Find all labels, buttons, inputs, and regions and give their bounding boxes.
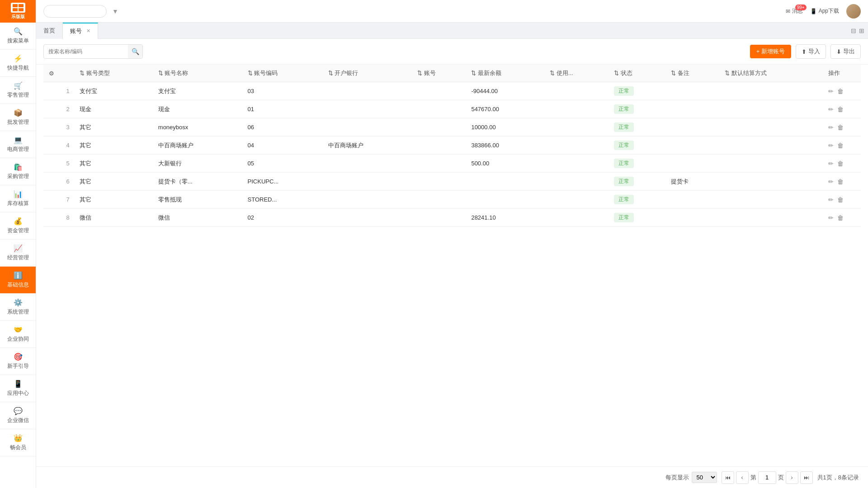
page-number-input[interactable] (758, 471, 776, 484)
col-num (60, 65, 76, 82)
sidebar-item-label: 库存核算 (7, 200, 29, 207)
app-download-button[interactable]: 📱 App下载 (810, 7, 839, 15)
search-input[interactable] (44, 48, 128, 55)
delete-button[interactable]: 🗑 (837, 106, 844, 113)
row-type: 支付宝 (76, 82, 155, 100)
edit-button[interactable]: ✏ (828, 196, 834, 203)
row-num: 6 (60, 173, 76, 191)
message-button[interactable]: ✉ 消息 99+ (786, 7, 803, 15)
first-page-button[interactable]: ⏮ (722, 471, 734, 484)
row-account (414, 173, 467, 191)
row-account (414, 136, 467, 155)
sidebar-item-label: 应用中心 (7, 389, 29, 397)
col-name-label: ⇅ 账号名称 (158, 69, 189, 77)
add-account-label: + 新增账号 (756, 47, 785, 56)
row-settings-cell (43, 191, 60, 209)
row-type: 现金 (76, 100, 155, 118)
tab-account[interactable]: 账号 ✕ (63, 23, 98, 39)
col-bank[interactable]: ⇅ 开户银行 (325, 65, 414, 82)
table-row: 3 其它 moneybosx 06 10000.00 正常 ✏ 🗑 (43, 118, 861, 136)
purchase-icon: 🛍️ (14, 163, 23, 171)
sidebar-item-purchase-mgmt[interactable]: 🛍️ 采购管理 (0, 158, 36, 185)
page-size-select[interactable]: 50 100 (692, 472, 717, 483)
row-default-settlement (721, 136, 825, 155)
tab-minimize-icon[interactable]: ⊟ (851, 27, 856, 34)
tab-home[interactable]: 首页 (36, 23, 63, 39)
sidebar-item-ecommerce-mgmt[interactable]: 💻 电商管理 (0, 131, 36, 158)
last-page-button[interactable]: ⏭ (800, 471, 813, 484)
col-name[interactable]: ⇅ 账号名称 (155, 65, 244, 82)
col-account[interactable]: ⇅ 账号 (414, 65, 467, 82)
sidebar-item-wholesale-mgmt[interactable]: 📦 批发管理 (0, 104, 36, 131)
row-usage (546, 82, 610, 100)
tab-expand-icon[interactable]: ⊞ (859, 27, 864, 34)
sidebar-item-app-center[interactable]: 📱 应用中心 (0, 375, 36, 402)
delete-button[interactable]: 🗑 (837, 214, 844, 221)
col-balance[interactable]: ⇅ 最新余额 (467, 65, 546, 82)
import-button[interactable]: ⬆ 导入 (796, 44, 826, 59)
col-default-settlement[interactable]: ⇅ 默认结算方式 (721, 65, 825, 82)
next-page-button[interactable]: › (786, 471, 798, 484)
add-account-button[interactable]: + 新增账号 (750, 45, 791, 58)
sidebar-item-beginner-guide[interactable]: 🎯 新手引导 (0, 348, 36, 375)
delete-button[interactable]: 🗑 (837, 196, 844, 203)
tab-close-button[interactable]: ✕ (86, 28, 90, 34)
sidebar-item-sys-mgmt[interactable]: ⚙️ 系统管理 (0, 294, 36, 321)
sidebar-item-enterprise-agreement[interactable]: 🤝 企业协同 (0, 321, 36, 348)
dropdown-arrow-icon[interactable]: ▼ (112, 8, 118, 15)
delete-button[interactable]: 🗑 (837, 124, 844, 131)
delete-button[interactable]: 🗑 (837, 178, 844, 185)
export-button[interactable]: ⬇ 导出 (830, 44, 861, 59)
delete-button[interactable]: 🗑 (837, 142, 844, 149)
col-settings[interactable]: ⚙ (43, 65, 60, 82)
edit-button[interactable]: ✏ (828, 88, 834, 95)
sidebar-item-ops-mgmt[interactable]: 📈 经营管理 (0, 239, 36, 267)
row-code: 06 (244, 118, 325, 136)
delete-button[interactable]: 🗑 (837, 160, 844, 167)
row-remark (667, 155, 721, 173)
row-settings-cell (43, 136, 60, 155)
toolbar-right: + 新增账号 ⬆ 导入 ⬇ 导出 (750, 44, 861, 59)
import-icon: ⬆ (802, 48, 807, 55)
sidebar-item-enterprise-wechat[interactable]: 💬 企业微信 (0, 402, 36, 429)
edit-button[interactable]: ✏ (828, 106, 834, 113)
status-badge: 正常 (614, 122, 634, 132)
sidebar-item-basic-info[interactable]: ℹ️ 基础信息 (0, 267, 36, 294)
sidebar-item-quick-nav[interactable]: ⚡ 快捷导航 (0, 50, 36, 77)
sidebar-item-inventory-check[interactable]: 📊 库存核算 (0, 185, 36, 212)
edit-button[interactable]: ✏ (828, 160, 834, 167)
row-status: 正常 (610, 82, 667, 100)
row-name: 提货卡（零... (155, 173, 244, 191)
top-search-input[interactable] (43, 5, 107, 18)
col-remark[interactable]: ⇅ 备注 (667, 65, 721, 82)
row-status: 正常 (610, 191, 667, 209)
search-button[interactable]: 🔍 (128, 44, 142, 59)
edit-button[interactable]: ✏ (828, 214, 834, 221)
sidebar-item-label: 企业微信 (7, 417, 29, 424)
col-code[interactable]: ⇅ 账号编码 (244, 65, 325, 82)
sidebar-item-label: 搜索菜单 (7, 37, 29, 45)
col-usage[interactable]: ⇅ 使用... (546, 65, 610, 82)
edit-button[interactable]: ✏ (828, 124, 834, 131)
svg-rect-0 (13, 4, 18, 7)
col-status[interactable]: ⇅ 状态 (610, 65, 667, 82)
sidebar-item-vip-member[interactable]: 👑 畅会员 (0, 429, 36, 456)
page-total-label: 共1页，8条记录 (817, 474, 859, 482)
row-settings-cell (43, 82, 60, 100)
delete-button[interactable]: 🗑 (837, 88, 844, 95)
sidebar-item-retail-mgmt[interactable]: 🛒 零售管理 (0, 77, 36, 104)
tab-home-label: 首页 (43, 27, 55, 35)
wholesale-icon: 📦 (14, 108, 23, 117)
row-account (414, 118, 467, 136)
row-balance: -90444.00 (467, 82, 546, 100)
top-header: ▼ ✉ 消息 99+ 📱 App下载 (36, 0, 868, 23)
edit-button[interactable]: ✏ (828, 142, 834, 149)
edit-button[interactable]: ✏ (828, 178, 834, 185)
prev-page-button[interactable]: ‹ (736, 471, 749, 484)
row-bank (325, 191, 414, 209)
user-avatar[interactable] (846, 4, 861, 19)
col-type[interactable]: ⇅ 账号类型 (76, 65, 155, 82)
sidebar-item-finance-mgmt[interactable]: 💰 资金管理 (0, 212, 36, 239)
row-balance: 10000.00 (467, 118, 546, 136)
sidebar-item-search-menu[interactable]: 🔍 搜索菜单 (0, 23, 36, 50)
